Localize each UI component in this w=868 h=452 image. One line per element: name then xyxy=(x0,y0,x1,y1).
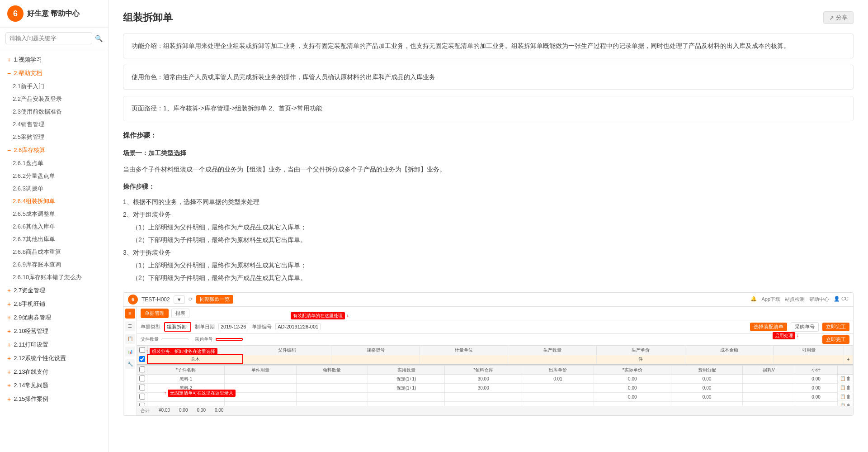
lower-row-1-cell-2[interactable] xyxy=(225,375,296,384)
lower-row-2-cell-5[interactable]: 30.00 xyxy=(445,384,522,393)
lower-row-2-action[interactable]: 📋🗑 xyxy=(838,384,853,391)
sidebar-item-label: 2.13在线支付 xyxy=(14,368,48,376)
sub-header-field2-val[interactable] xyxy=(216,338,243,341)
sidebar-item-2-6-1[interactable]: 2.6.1盘点单 xyxy=(0,157,108,170)
lower-row-3-cell-7[interactable]: 0.00 xyxy=(594,393,671,402)
lower-row-1-cell-3[interactable] xyxy=(296,375,368,384)
sidebar-item-help-docs[interactable]: − 2.帮助文档 xyxy=(0,67,108,80)
sidebar-item-2-6-6[interactable]: 2.6.6其他入库单 xyxy=(0,220,108,233)
lower-row-3-cell-5[interactable] xyxy=(445,393,522,402)
app-nav-icon-4[interactable]: 📊 xyxy=(125,347,135,357)
lower-row-3-action[interactable]: 📋🗑 xyxy=(838,393,853,400)
sidebar-item-sales[interactable]: 2.4销售管理 xyxy=(0,118,108,131)
app-complete-btn[interactable]: 立即完工 xyxy=(822,323,849,331)
upper-row-1-price[interactable]: 件 xyxy=(597,355,685,364)
app-confirm-btn[interactable]: 立即完工 xyxy=(822,335,849,344)
app-tab-report[interactable]: 报表 xyxy=(171,309,189,318)
lower-row-4-cell-6[interactable] xyxy=(522,402,594,406)
lower-row-4-cell-4[interactable] xyxy=(368,402,445,406)
upper-row-1-cost[interactable] xyxy=(685,355,774,364)
upper-row-1-spec[interactable] xyxy=(331,355,420,364)
lower-row-3-cell-3[interactable] xyxy=(296,393,368,402)
lower-row-1-cell-8[interactable]: 0.00 xyxy=(671,375,742,384)
lower-row-2-cell-4[interactable]: 保定(1+1) xyxy=(368,384,445,393)
sidebar-item-install-login[interactable]: 2.2产品安装及登录 xyxy=(0,93,108,105)
sidebar-item-operation[interactable]: + 2.10经营管理 xyxy=(0,324,108,338)
lower-row-1-cell-7[interactable]: 0.00 xyxy=(594,375,671,384)
sidebar-item-2-6-2[interactable]: 2.6.2分量盘点单 xyxy=(0,170,108,182)
lower-row-2-cell-9[interactable] xyxy=(743,384,795,393)
form-type-value[interactable]: 组装拆卸 xyxy=(164,322,191,332)
form-date-value[interactable]: 2019-12-26 xyxy=(218,323,248,330)
sidebar-item-new-user[interactable]: 2.1新手入门 xyxy=(0,80,108,93)
lower-row-2-cell-8[interactable]: 0.00 xyxy=(671,384,742,393)
sidebar-item-cases[interactable]: + 2.15操作案例 xyxy=(0,392,108,406)
lower-row-4-cell-2[interactable] xyxy=(225,402,296,406)
sidebar-item-video-learning[interactable]: + 1.视频学习 xyxy=(0,53,108,67)
lower-row-1-cell-5[interactable]: 30.00 xyxy=(445,375,522,384)
lower-row-2-cell-7[interactable]: 0.00 xyxy=(594,384,671,393)
content-area: 组装拆卸单 ↗ 分享 功能介绍：组装拆卸单用来处理企业组装或拆卸等加工业务，支持… xyxy=(108,0,868,452)
sidebar-item-capital[interactable]: + 2.7资金管理 xyxy=(0,284,108,297)
sidebar-header: 6 好生意 帮助中心 xyxy=(0,0,108,28)
lower-row-3-cell-8[interactable]: 0.00 xyxy=(671,393,742,402)
lower-row-3-cell-4[interactable] xyxy=(368,393,445,402)
lower-row-1-cell-1[interactable]: 黑料 1 xyxy=(147,375,225,384)
lower-row-4-cell-10[interactable] xyxy=(795,402,837,406)
upper-row-1-code[interactable] xyxy=(243,355,331,364)
lower-row-2-cell-3[interactable] xyxy=(296,384,368,393)
lower-row-1-cell-9[interactable] xyxy=(743,375,795,384)
search-box[interactable]: 🔍 xyxy=(0,28,108,49)
sidebar-item-customize[interactable]: + 2.12系统个性化设置 xyxy=(0,352,108,365)
search-input[interactable] xyxy=(5,32,92,44)
lower-row-4-cell-3[interactable] xyxy=(296,402,368,406)
lower-row-4-cell-7[interactable] xyxy=(594,402,671,406)
upper-row-1-unit[interactable] xyxy=(420,355,508,364)
sidebar-item-inventory[interactable]: − 2.6库存核算 xyxy=(0,143,108,157)
upper-row-1-action[interactable]: + xyxy=(844,355,853,364)
lower-row-3-cell-9[interactable] xyxy=(743,393,795,402)
app-nav-icon-2[interactable]: ☰ xyxy=(125,321,135,331)
lower-row-2-cell-10[interactable]: 0.00 xyxy=(795,384,837,393)
sidebar-item-print[interactable]: + 2.11打印设置 xyxy=(0,338,108,352)
upper-row-1-avail[interactable] xyxy=(774,355,844,364)
sidebar-item-2-6-5[interactable]: 2.6.5成本调整单 xyxy=(0,208,108,220)
app-select-config-btn[interactable]: 选择装配清单 xyxy=(750,323,787,331)
sidebar-item-purchase[interactable]: 2.5采购管理 xyxy=(0,131,108,143)
sidebar-item-faq[interactable]: + 2.14常见问题 xyxy=(0,379,108,392)
sidebar-item-coupon[interactable]: + 2.9优惠券管理 xyxy=(0,311,108,324)
sub-header-qty[interactable] xyxy=(161,338,189,340)
sidebar-item-2-6-3[interactable]: 2.6.3调拨单 xyxy=(0,182,108,195)
app-nav-icon-3[interactable]: 📋 xyxy=(125,334,135,344)
lower-row-4-cell-8[interactable] xyxy=(671,402,742,406)
lower-row-4-cell-1[interactable] xyxy=(147,402,225,406)
lower-row-3-cell-10[interactable]: 0.00 xyxy=(795,393,837,402)
lower-row-4-cell-9[interactable] xyxy=(743,402,795,406)
lower-row-1-action[interactable]: 📋🗑 xyxy=(838,375,853,382)
app-purchase-no-btn[interactable]: 采购单号 xyxy=(791,322,819,332)
sidebar-item-mobile[interactable]: + 2.8手机旺铺 xyxy=(0,297,108,311)
share-button[interactable]: ↗ 分享 xyxy=(823,11,854,24)
lower-row-4-action[interactable]: 📋🗑 xyxy=(838,402,853,406)
sidebar-item-payment[interactable]: + 2.13在线支付 xyxy=(0,365,108,379)
app-tab-doc-manage[interactable]: 单据管理 xyxy=(141,309,169,318)
sidebar-item-2-6-7[interactable]: 2.6.7其他出库单 xyxy=(0,233,108,246)
lower-row-4-cell-5[interactable] xyxy=(445,402,522,406)
sidebar-item-2-6-9[interactable]: 2.6.9库存账本查询 xyxy=(0,258,108,271)
sidebar-item-data-prepare[interactable]: 2.3使用前数据准备 xyxy=(0,105,108,118)
lower-row-3-cell-6[interactable] xyxy=(522,393,594,402)
lower-row-1-cell-4[interactable]: 保定(1+1) xyxy=(368,375,445,384)
lower-row-1-cell-6[interactable]: 0.01 xyxy=(522,375,594,384)
lower-row-1-cell-10[interactable]: 0.00 xyxy=(795,375,837,384)
app-nav-icon-1[interactable]: ≡ xyxy=(125,309,135,319)
upper-row-1-name[interactable]: 关木 xyxy=(147,355,243,364)
sidebar-item-2-6-10[interactable]: 2.6.10库存账本错了怎么办 xyxy=(0,271,108,284)
upper-row-1-qty[interactable] xyxy=(508,355,597,364)
app-nav-btn[interactable]: 同期账款一览 xyxy=(196,295,233,304)
app-dropdown[interactable]: ▼ xyxy=(174,295,185,304)
sidebar-item-2-6-8[interactable]: 2.6.8商品成本重算 xyxy=(0,246,108,258)
lower-row-2-cell-6[interactable] xyxy=(522,384,594,393)
search-icon[interactable]: 🔍 xyxy=(95,35,103,42)
sidebar-item-2-6-4[interactable]: 2.6.4组装拆卸单 xyxy=(0,195,108,208)
app-nav-icon-5[interactable]: 🔧 xyxy=(125,359,135,369)
